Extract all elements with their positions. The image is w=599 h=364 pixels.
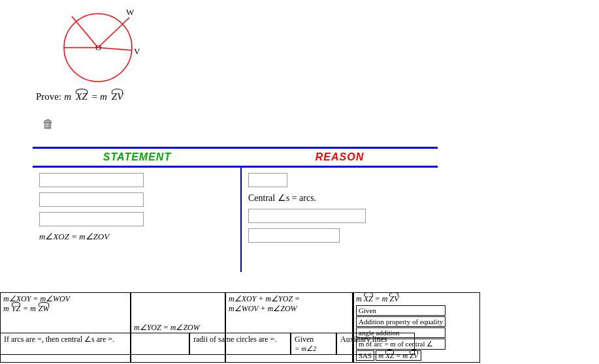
bottom-row-2: If arcs are =, then central ∠s are =. ra…	[0, 333, 599, 355]
reason-input-1[interactable]	[248, 173, 287, 187]
prove-line: Prove: m XZ = m ZV	[36, 91, 125, 102]
radii-box: radii of same circles are =.	[189, 333, 291, 355]
circle-diagram: O W V	[33, 3, 163, 88]
prove-equals: =	[92, 91, 97, 102]
statement-input-2[interactable]	[39, 192, 144, 207]
prove-m2: m	[100, 91, 107, 102]
reason-header: REASON	[242, 149, 438, 166]
given-box2: Given = m∠2	[291, 333, 336, 355]
trash-button[interactable]: 🗑	[42, 117, 54, 131]
prove-arc2: ZV	[112, 91, 123, 102]
reason-column: Central ∠s = arcs.	[242, 168, 438, 272]
reason-input-3[interactable]	[248, 209, 366, 223]
svg-text:W: W	[126, 7, 135, 17]
statement-header: STATEMENT	[33, 149, 242, 166]
table-header: STATEMENT REASON	[33, 147, 438, 168]
prove-arc1: XZ	[76, 91, 88, 102]
statement-input-1[interactable]	[39, 173, 144, 187]
prove-m1: m	[64, 91, 71, 102]
table-body: m∠XOZ = m∠ZOV Central ∠s = arcs.	[33, 168, 438, 272]
auxiliary-box: Auxiliary lines	[336, 333, 415, 355]
given-label: Given	[356, 305, 445, 316]
svg-line-6	[72, 16, 98, 48]
central-angles-text: Central ∠s = arcs.	[248, 192, 431, 204]
statement-row4-text: m∠XOZ = m∠ZOV	[39, 232, 234, 242]
statement-column: m∠XOZ = m∠ZOV	[33, 168, 242, 272]
reason-input-4[interactable]	[248, 228, 340, 243]
trash-icon: 🗑	[42, 117, 54, 130]
bb1-line2: m YZ = m ZW	[3, 304, 50, 314]
if-arcs-box: If arcs are =, then central ∠s are =.	[0, 333, 189, 355]
proof-table: STATEMENT REASON m∠XOZ = m∠ZOV Central ∠…	[33, 147, 438, 272]
statement-input-3[interactable]	[39, 212, 144, 226]
svg-text:V: V	[134, 46, 140, 56]
svg-line-4	[98, 18, 129, 48]
prove-label: Prove:	[36, 91, 61, 102]
addition-label: Addition property of equality	[356, 316, 445, 327]
svg-line-5	[98, 48, 132, 50]
